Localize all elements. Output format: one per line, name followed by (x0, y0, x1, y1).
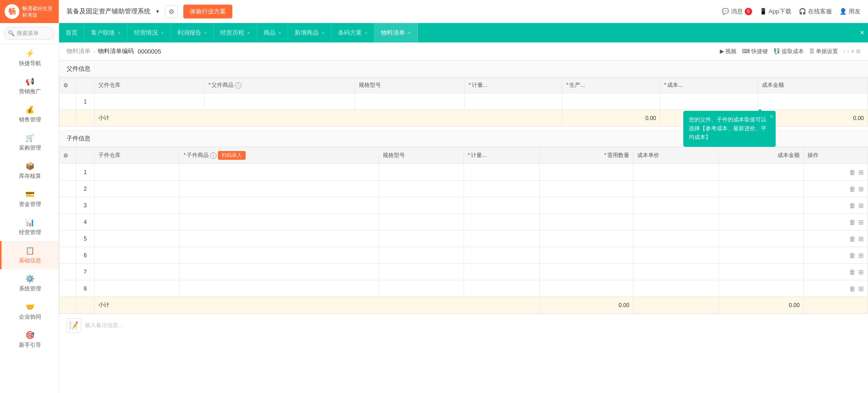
child-row-warehouse-4[interactable] (95, 214, 180, 230)
child-row-qty-1[interactable] (539, 164, 633, 181)
child-row-product-4[interactable] (180, 214, 379, 230)
child-row-cost-unit-1[interactable] (633, 164, 718, 181)
child-row-cost-unit-8[interactable] (633, 280, 718, 297)
child-row-spec-6[interactable] (379, 247, 464, 264)
sidebar-item-marketing[interactable]: 📢 营销推广 (0, 72, 59, 100)
message-button[interactable]: 💬 消息 6 (722, 7, 752, 16)
sidebar-item-sales[interactable]: 💰 销售管理 (0, 100, 59, 128)
tab-business-close[interactable]: × (161, 30, 163, 36)
shortcut-action[interactable]: ⌨ 快捷键 (742, 48, 768, 55)
child-row-unit-7[interactable] (464, 264, 540, 280)
child-row-warehouse-6[interactable] (95, 247, 180, 264)
doc-settings-action[interactable]: ☰ 单据设置 (809, 48, 838, 55)
trial-button[interactable]: 体验行业方案 (183, 5, 232, 18)
copy-row-7-button[interactable]: ⊞ (858, 268, 864, 276)
child-row-amount-8[interactable] (718, 280, 803, 297)
sidebar-item-stock[interactable]: 📦 库存核算 (0, 157, 59, 185)
child-row-warehouse-1[interactable] (95, 164, 180, 181)
child-row-qty-7[interactable] (539, 264, 633, 280)
parent-row-spec[interactable] (355, 93, 464, 110)
child-row-product-3[interactable] (180, 197, 379, 214)
child-row-amount-1[interactable] (718, 164, 803, 181)
sidebar-item-basic[interactable]: 📋 基础信息 (0, 241, 59, 269)
tab-customer-close[interactable]: × (118, 30, 121, 36)
child-row-qty-8[interactable] (539, 280, 633, 297)
parent-col-settings[interactable]: ⚙ (60, 78, 76, 93)
breadcrumb-parent[interactable]: 物料清单 (66, 47, 90, 55)
child-row-qty-5[interactable] (539, 230, 633, 247)
child-col-settings[interactable]: ⚙ (60, 147, 76, 164)
copy-row-1-button[interactable]: ⊞ (858, 169, 864, 176)
tab-product[interactable]: 商品 × (257, 23, 288, 42)
dropdown-arrow[interactable]: ▾ (156, 8, 159, 15)
parent-row-produce[interactable] (562, 93, 660, 110)
tab-barcode-close[interactable]: × (365, 30, 368, 36)
copy-row-5-button[interactable]: ⊞ (858, 235, 864, 242)
delete-row-3-button[interactable]: 🗑 (849, 202, 856, 209)
tab-history-close[interactable]: × (247, 30, 250, 36)
sidebar-item-guide[interactable]: 🎯 新手引导 (0, 326, 59, 354)
child-row-unit-4[interactable] (464, 214, 540, 230)
child-row-cost-unit-2[interactable] (633, 181, 718, 197)
tab-profit-close[interactable]: × (204, 30, 207, 36)
child-row-amount-5[interactable] (718, 230, 803, 247)
child-row-cost-unit-6[interactable] (633, 247, 718, 264)
child-row-warehouse-5[interactable] (95, 230, 180, 247)
child-row-cost-unit-5[interactable] (633, 230, 718, 247)
cost-action[interactable]: 💱 提取成本 (773, 48, 804, 55)
child-row-amount-7[interactable] (718, 264, 803, 280)
child-row-product-8[interactable] (180, 280, 379, 297)
search-menu-button[interactable]: 🔍 搜索菜单 (4, 27, 55, 40)
tab-profit[interactable]: 利润报告 × (171, 23, 214, 42)
child-row-warehouse-2[interactable] (95, 181, 180, 197)
sidebar-item-quicknav[interactable]: ⚡ 快捷导航 (0, 44, 59, 72)
child-row-amount-6[interactable] (718, 247, 803, 264)
parent-row-warehouse[interactable] (95, 93, 205, 110)
copy-row-6-button[interactable]: ⊞ (858, 252, 864, 259)
child-row-spec-8[interactable] (379, 280, 464, 297)
sidebar-item-purchase[interactable]: 🛒 采购管理 (0, 128, 59, 157)
view-action[interactable]: ▶ 视频 (720, 48, 736, 55)
child-row-unit-6[interactable] (464, 247, 540, 264)
child-row-amount-2[interactable] (718, 181, 803, 197)
delete-row-8-button[interactable]: 🗑 (849, 285, 856, 292)
child-row-unit-3[interactable] (464, 197, 540, 214)
child-row-qty-2[interactable] (539, 181, 633, 197)
child-row-cost-unit-4[interactable] (633, 214, 718, 230)
child-row-cost-unit-7[interactable] (633, 264, 718, 280)
tab-product-close[interactable]: × (278, 30, 281, 36)
service-button[interactable]: 🎧 在线客服 (799, 7, 832, 16)
delete-row-4-button[interactable]: 🗑 (849, 218, 856, 226)
delete-row-1-button[interactable]: 🗑 (849, 169, 856, 176)
delete-row-7-button[interactable]: 🗑 (849, 268, 856, 276)
nav-prev[interactable]: ‹ (844, 48, 845, 54)
tab-history[interactable]: 经营历程 × (214, 23, 257, 42)
tab-newproduct-close[interactable]: × (321, 30, 324, 36)
child-row-spec-7[interactable] (379, 264, 464, 280)
parent-row-cost[interactable] (660, 93, 758, 110)
sidebar-item-finance[interactable]: 💳 资金管理 (0, 185, 59, 213)
child-row-spec-5[interactable] (379, 230, 464, 247)
child-row-product-5[interactable] (180, 230, 379, 247)
child-row-unit-8[interactable] (464, 280, 540, 297)
tab-home[interactable]: 首页 (59, 23, 84, 42)
tab-customer[interactable]: 客户联络 × (84, 23, 127, 42)
child-row-unit-1[interactable] (464, 164, 540, 181)
copy-row-3-button[interactable]: ⊞ (858, 202, 864, 209)
app-download-button[interactable]: 📱 App下载 (760, 7, 791, 16)
delete-row-2-button[interactable]: 🗑 (849, 185, 856, 193)
sidebar-item-collab[interactable]: 🤝 企业协同 (0, 297, 59, 326)
child-row-spec-4[interactable] (379, 214, 464, 230)
child-row-warehouse-3[interactable] (95, 197, 180, 214)
expand-icon[interactable]: ⊞ (856, 48, 861, 54)
tab-newproduct[interactable]: 新增商品 × (288, 23, 331, 42)
child-row-product-7[interactable] (180, 264, 379, 280)
child-row-qty-3[interactable] (539, 197, 633, 214)
tooltip-close-button[interactable]: × (770, 113, 773, 121)
child-row-spec-3[interactable] (379, 197, 464, 214)
parent-product-info-icon[interactable]: i (235, 82, 241, 89)
child-row-spec-1[interactable] (379, 164, 464, 181)
tab-close-all[interactable]: × (860, 29, 864, 37)
nav-next[interactable]: › (847, 48, 849, 54)
parent-row-amount[interactable] (758, 93, 868, 110)
